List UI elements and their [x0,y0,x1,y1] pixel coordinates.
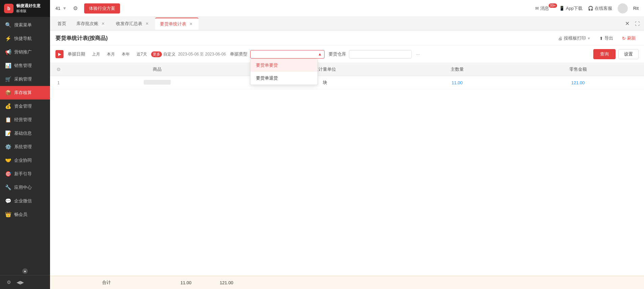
sidebar-label-app-center: 应用中心 [14,184,32,191]
mobile-icon: 📱 [559,6,565,11]
messages-badge: 99+ [549,3,557,8]
sidebar-item-search[interactable]: 🔍 搜索菜单 [0,18,50,32]
tab-order-stats[interactable]: 要货单统计表 ✕ [155,18,198,30]
tab-bar-close-btn[interactable]: ✕ [623,20,631,28]
filter-expand-btn[interactable]: ▶ [55,50,64,58]
messages-btn[interactable]: ✉ 消息 99+ [535,5,554,12]
sidebar-item-system[interactable]: ⚙️ 系统管理 [0,140,50,154]
sidebar-item-quick-nav[interactable]: ⚡ 快捷导航 [0,32,50,45]
quantity-link[interactable]: 11.00 [452,80,463,85]
export-btn[interactable]: ⬆ 导出 [597,34,616,43]
dropdown-item-order-goods[interactable]: 要货单要货 [251,59,317,72]
footer-amount: 121.00 [206,280,247,285]
wechat-icon: 💬 [5,198,11,204]
tab-shipment-summary-close[interactable]: ✕ [144,21,150,26]
query-btn[interactable]: 查询 [593,49,616,59]
app-download-btn[interactable]: 📱 App下载 [559,5,582,12]
tab-shipment-summary[interactable]: 收发存汇总表 ✕ [111,18,154,30]
store-selector[interactable]: 41 ▼ [55,6,67,11]
sidebar-menu: 🔍 搜索菜单 ⚡ 快捷导航 📢 营销推广 📊 销售管理 🛒 采购管理 📦 库存核… [0,17,50,267]
warehouse-input[interactable] [349,50,412,59]
sidebar-scroll-up: ▲ [0,267,50,275]
cell-amount: 121.00 [512,76,644,89]
filter-type-group: 单据类型 ▲ 要货单要货 要货单退货 [230,50,325,59]
online-service-label: 在线客服 [595,5,612,12]
filter-date-range: 2023-05-06 至 2023-06-06 [178,51,226,57]
store-dropdown-icon: ▼ [62,6,67,11]
sidebar-settings-btn[interactable]: ⚙ [5,278,13,286]
th-quantity: 主数量 [402,63,512,76]
filter-custom[interactable]: 自定义 [163,51,175,57]
sidebar-item-sales[interactable]: 📊 销售管理 [0,59,50,72]
sidebar-item-finance[interactable]: 💰 资金管理 [0,99,50,113]
operations-icon: 📋 [5,116,11,123]
page-title: 要货单统计表(按商品) [55,35,108,42]
sales-icon: 📊 [5,62,11,69]
online-service-btn[interactable]: 🎧 在线客服 [588,5,612,12]
sidebar-label-basic-info: 基础信息 [14,130,32,136]
app-name: 畅捷通好生意 [16,3,41,9]
table-container: ⚙ 商品 主计量单位 主数量 零售金额 1 块 11.00 121.00 [50,63,644,89]
username: Rit [633,6,639,11]
sidebar-item-basic-info[interactable]: 📝 基础信息 [0,127,50,140]
guide-icon: 🎯 [5,171,11,177]
filter-settings-btn[interactable]: 设置 [618,49,639,59]
th-goods: 商品 [67,63,248,76]
sidebar-item-marketing[interactable]: 📢 营销推广 [0,45,50,59]
tab-batch-account[interactable]: 库存批次账 ✕ [72,18,111,30]
filter-more-badge[interactable]: 更多 [151,51,162,57]
industry-btn[interactable]: 体验行业方案 [84,3,120,14]
sidebar-item-operations[interactable]: 📋 经营管理 [0,113,50,127]
member-icon: 👑 [5,211,11,218]
basic-info-icon: 📝 [5,130,11,137]
date-filter-label: 单据日期 [68,51,85,57]
filter-date-group: 上月 本月 本年 近7天 更多 自定义 2023-05-06 至 2023-06… [89,50,226,58]
sidebar-item-enterprise[interactable]: 🤝 企业协同 [0,154,50,167]
sidebar-item-inventory[interactable]: 📦 库存核算 [0,86,50,99]
scroll-up-btn[interactable]: ▲ [22,268,28,274]
filter-this-year[interactable]: 本年 [119,50,133,58]
amount-link[interactable]: 121.00 [571,80,585,85]
sidebar-label-operations: 经营管理 [14,117,32,123]
marketing-icon: 📢 [5,49,11,55]
tab-shipment-summary-label: 收发存汇总表 [116,21,142,27]
filter-warehouse-group: 要货仓库 ··· [329,50,421,59]
export-icon: ⬆ [599,36,603,41]
inventory-icon: 📦 [5,89,11,96]
filter-this-month[interactable]: 本月 [104,50,118,58]
finance-icon: 💰 [5,103,11,110]
filter-warehouse-more-btn[interactable]: ··· [414,51,421,57]
sidebar-collapse-btn[interactable]: ◀▶ [16,278,24,286]
table-settings-icon[interactable]: ⚙ [56,67,61,72]
tab-batch-account-close[interactable]: ✕ [100,21,106,26]
sidebar-item-purchase[interactable]: 🛒 采购管理 [0,72,50,86]
filter-type-selected-value [253,52,255,57]
tab-bar-end: ✕ ⛶ [623,20,641,28]
refresh-btn[interactable]: ↻ 刷新 [619,34,639,43]
sidebar: b 畅捷通好生意 标准版 🔍 搜索菜单 ⚡ 快捷导航 📢 营销推广 📊 销售管理… [0,0,50,289]
print-template-label: 按模板打印 [564,35,586,41]
page-actions: 🖨 按模板打印 ▼ ⬆ 导出 ↻ 刷新 [555,34,639,43]
sidebar-item-wechat[interactable]: 💬 企业微信 [0,194,50,208]
tab-bar-expand-btn[interactable]: ⛶ [633,20,641,28]
print-dropdown-icon: ▼ [587,37,591,40]
messages-icon: ✉ [535,6,539,11]
sidebar-item-member[interactable]: 👑 畅会员 [0,208,50,221]
tab-home[interactable]: 首页 [53,18,71,30]
sidebar-item-app-center[interactable]: 🔧 应用中心 [0,181,50,194]
refresh-icon: ↻ [622,36,626,41]
tab-order-stats-close[interactable]: ✕ [188,21,194,27]
purchase-icon: 🛒 [5,76,11,83]
export-label: 导出 [604,35,613,41]
sidebar-label-inventory: 库存核算 [14,90,32,96]
print-template-btn[interactable]: 🖨 按模板打印 ▼ [555,34,593,43]
dropdown-item-order-return[interactable]: 要货单退货 [251,72,317,85]
sidebar-label-marketing: 营销推广 [14,49,32,55]
sidebar-item-guide[interactable]: 🎯 新手引导 [0,167,50,181]
header-settings-icon[interactable]: ⚙ [71,4,80,13]
tab-bar: 首页 库存批次账 ✕ 收发存汇总表 ✕ 要货单统计表 ✕ ✕ ⛶ [50,17,644,30]
filter-type-select[interactable] [250,50,325,59]
filter-last-month[interactable]: 上月 [89,50,103,58]
footer-total-label: 合计 [71,280,132,286]
filter-last-7-days[interactable]: 近7天 [134,50,150,58]
